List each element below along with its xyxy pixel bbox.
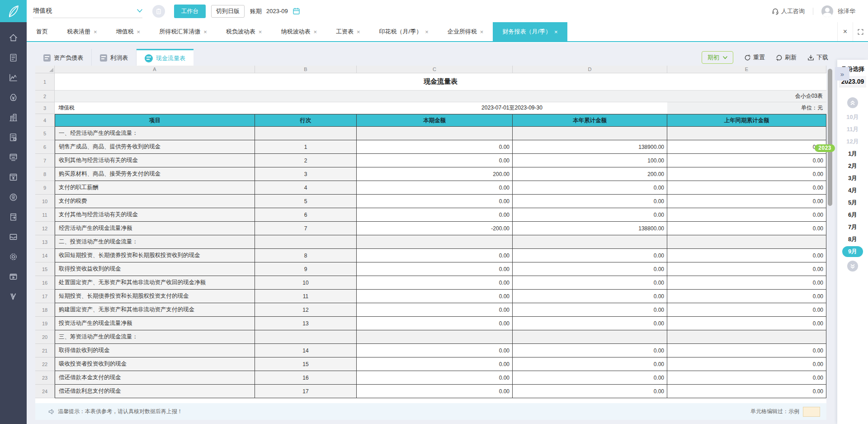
tab-close-icon[interactable]: ×: [357, 29, 360, 35]
tab-close-icon[interactable]: ×: [480, 29, 484, 35]
current-amount-cell-r21[interactable]: 0.00: [357, 344, 513, 357]
period-select-button[interactable]: 期初: [702, 51, 733, 64]
month-option-9月[interactable]: 9月: [842, 246, 863, 257]
month-option-3月[interactable]: 3月: [842, 173, 863, 183]
app-logo[interactable]: [0, 0, 27, 22]
tab-close-icon[interactable]: ×: [137, 29, 141, 35]
switch-old-version-button[interactable]: 切到日版: [211, 5, 245, 18]
ytd-amount-cell-r15[interactable]: 0.00: [513, 262, 667, 276]
tab-5[interactable]: 纳税波动表×: [271, 22, 326, 41]
ytd-amount-cell-r17[interactable]: 0.00: [513, 290, 667, 303]
prior-amount-cell-r8[interactable]: 0.00: [667, 167, 826, 181]
fullscreen-button[interactable]: [853, 22, 868, 41]
month-option-2月[interactable]: 2月: [842, 161, 863, 171]
tab-close-icon[interactable]: ×: [554, 29, 558, 35]
month-option-7月[interactable]: 7月: [842, 222, 863, 232]
prior-amount-cell-r23[interactable]: 0.00: [667, 371, 826, 385]
ytd-amount-cell-r9[interactable]: 0.00: [513, 181, 667, 195]
subtab-1[interactable]: 利润表: [92, 49, 137, 67]
prior-amount-cell-r7[interactable]: 0.00: [667, 154, 826, 167]
tab-6[interactable]: 工资表×: [326, 22, 370, 41]
current-amount-cell-r14[interactable]: 0.00: [357, 249, 513, 262]
prior-amount-cell-r9[interactable]: 0.00: [667, 181, 826, 195]
tab-2[interactable]: 增值税×: [107, 22, 150, 41]
close-all-tabs-button[interactable]: ×: [837, 22, 853, 41]
ytd-amount-cell-r12[interactable]: 138800.00: [513, 222, 667, 235]
column-header-E[interactable]: E: [667, 66, 826, 73]
sidebar-item-tax-circle-icon[interactable]: [4, 187, 24, 207]
tab-close-icon[interactable]: ×: [425, 29, 429, 35]
sidebar-item-report-clock-icon[interactable]: [4, 127, 24, 147]
prior-amount-cell-r10[interactable]: 0.00: [667, 195, 826, 208]
prior-amount-cell-r16[interactable]: 0.00: [667, 276, 826, 290]
prior-amount-cell-r15[interactable]: 0.00: [667, 262, 826, 276]
current-amount-cell-r12[interactable]: -200.00: [357, 222, 513, 235]
sidebar-item-voucher-icon[interactable]: [4, 207, 24, 227]
avatar[interactable]: [821, 5, 833, 17]
current-amount-cell-r19[interactable]: 0.00: [357, 317, 513, 330]
tab-8[interactable]: 企业所得税×: [438, 22, 493, 41]
sidebar-item-company-icon[interactable]: [4, 107, 24, 127]
calendar-icon[interactable]: [292, 7, 300, 15]
download-button[interactable]: 下载: [807, 53, 828, 62]
prior-amount-cell-r21[interactable]: 0.00: [667, 344, 826, 357]
prior-amount-cell-r24[interactable]: 0.00: [667, 385, 826, 398]
tab-9[interactable]: 财务报表（月/季）×: [493, 22, 567, 41]
subtab-0[interactable]: 资产负债表: [35, 49, 92, 67]
support-link[interactable]: 人工咨询: [772, 7, 805, 15]
tab-0[interactable]: 首页: [27, 22, 57, 41]
column-header-B[interactable]: B: [255, 66, 357, 73]
ytd-amount-cell-r7[interactable]: 100.00: [513, 154, 667, 167]
tab-close-icon[interactable]: ×: [259, 29, 262, 35]
tab-close-icon[interactable]: ×: [94, 29, 97, 35]
sidebar-item-invoice-icon[interactable]: [4, 48, 24, 67]
sidebar-item-archive-icon[interactable]: [4, 227, 24, 247]
tab-close-icon[interactable]: ×: [203, 29, 207, 35]
tab-3[interactable]: 所得税汇算清缴×: [150, 22, 217, 41]
ytd-amount-cell-r22[interactable]: 0.00: [513, 357, 667, 371]
ytd-amount-cell-r11[interactable]: 0.00: [513, 208, 667, 222]
ytd-amount-cell-r24[interactable]: 0.00: [513, 385, 667, 398]
vertical-scrollbar[interactable]: [828, 69, 832, 206]
current-amount-cell-r10[interactable]: 0.00: [357, 195, 513, 208]
current-amount-cell-r18[interactable]: 0.00: [357, 303, 513, 317]
ytd-amount-cell-r18[interactable]: 0.00: [513, 303, 667, 317]
sidebar-item-salary-icon[interactable]: [4, 167, 24, 187]
tab-1[interactable]: 税表清册×: [57, 22, 107, 41]
current-amount-cell-r8[interactable]: 200.00: [357, 167, 513, 181]
current-amount-cell-r7[interactable]: 0.00: [357, 154, 513, 167]
refresh-button[interactable]: 刷新: [776, 53, 797, 62]
current-amount-cell-r6[interactable]: 0.00: [357, 140, 513, 154]
column-header-A[interactable]: A: [55, 66, 255, 73]
prior-amount-cell-r19[interactable]: 0.00: [667, 317, 826, 330]
prior-amount-cell-r17[interactable]: 0.00: [667, 290, 826, 303]
prior-amount-cell-r12[interactable]: 0.00: [667, 222, 826, 235]
reset-button[interactable]: 重置: [744, 53, 765, 62]
current-amount-cell-r16[interactable]: 0.00: [357, 276, 513, 290]
tab-4[interactable]: 税负波动表×: [217, 22, 272, 41]
sidebar-item-funds-icon[interactable]: [4, 87, 24, 107]
prior-amount-cell-r22[interactable]: 0.00: [667, 357, 826, 371]
column-header-D[interactable]: D: [513, 66, 667, 73]
month-option-11月[interactable]: 11月: [842, 124, 863, 134]
current-amount-cell-r23[interactable]: 0.00: [357, 371, 513, 385]
prior-amount-cell-r11[interactable]: 0.00: [667, 208, 826, 222]
tax-type-dropdown[interactable]: 增值税: [33, 5, 142, 18]
sidebar-item-brand-v-icon[interactable]: [4, 286, 24, 306]
current-amount-cell-r24[interactable]: 0.00: [357, 385, 513, 398]
prior-amount-cell-r14[interactable]: 0.00: [667, 249, 826, 262]
collapse-month-panel-button[interactable]: »: [835, 67, 849, 81]
month-option-12月[interactable]: 12月: [842, 136, 863, 147]
prior-amount-cell-r6[interactable]: 0.00: [667, 140, 826, 154]
sidebar-item-report-chart-icon[interactable]: [4, 67, 24, 87]
current-amount-cell-r22[interactable]: 0.00: [357, 357, 513, 371]
current-amount-cell-r15[interactable]: 0.00: [357, 262, 513, 276]
workbench-button[interactable]: 工作台: [174, 5, 206, 18]
ytd-amount-cell-r16[interactable]: 0.00: [513, 276, 667, 290]
ytd-amount-cell-r23[interactable]: 0.00: [513, 371, 667, 385]
ytd-amount-cell-r14[interactable]: 0.00: [513, 249, 667, 262]
prior-amount-cell-r18[interactable]: 0.00: [667, 303, 826, 317]
tab-close-icon[interactable]: ×: [313, 29, 317, 35]
sidebar-item-home-icon[interactable]: [4, 28, 24, 48]
month-option-4月[interactable]: 4月: [842, 185, 863, 195]
